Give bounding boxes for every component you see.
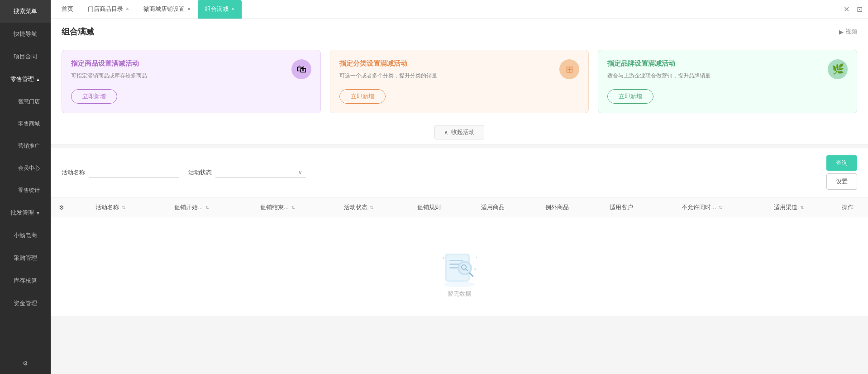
tab-store-catalog[interactable]: 门店商品目录 × [81, 0, 136, 19]
page-header: 组合满减 ▶ 视频 [51, 19, 868, 43]
sidebar-item-inventory[interactable]: 库存核算 [0, 269, 51, 292]
sidebar-item-xiaochang-ecom[interactable]: 小畅电商 [0, 224, 51, 247]
cards-section: 🛍 指定商品设置满减活动 可指定滞销商品或库存较多商品 立即新增 ⊞ 指定分类设… [51, 43, 868, 120]
svg-point-12 [476, 257, 477, 258]
tab-wechat-store[interactable]: 微商城店铺设置 × [136, 0, 198, 19]
svg-line-10 [470, 273, 473, 276]
col-activity-name[interactable]: 活动名称 ⇅ [72, 198, 149, 217]
brand-discount-icon: 🌿 [828, 59, 848, 79]
setting-button[interactable]: 设置 [826, 173, 857, 190]
gear-icon: ⚙ [59, 204, 64, 211]
filter-activity-name: 活动名称 [62, 167, 179, 178]
filter-activity-status: 活动状态 ∨ [188, 167, 306, 178]
svg-point-0 [444, 282, 475, 287]
sidebar-item-marketing[interactable]: 营销推广 [0, 135, 51, 157]
tab-label: 组合满减 [205, 5, 229, 13]
gear-icon: ⚙ [23, 360, 28, 367]
card-category-btn[interactable]: 立即新增 [339, 89, 386, 104]
sidebar-item-label: 营销推广 [18, 143, 40, 149]
chevron-up-icon: ▲ [36, 77, 40, 82]
sidebar-item-label: 零售商城 [18, 120, 40, 127]
col-label: 适用商品 [481, 204, 505, 211]
col-label: 不允许同时... [682, 204, 716, 211]
col-applicable-customers: 适用客户 [589, 198, 653, 217]
card-product-desc: 可指定滞销商品或库存较多商品 [71, 72, 311, 84]
card-product-title: 指定商品设置满减活动 [71, 59, 311, 68]
activity-status-label: 活动状态 [188, 168, 212, 177]
query-button[interactable]: 查询 [826, 155, 857, 171]
sidebar-item-label: 会员中心 [18, 165, 40, 171]
product-discount-icon: 🛍 [291, 59, 311, 79]
chevron-down-icon: ▼ [36, 211, 40, 216]
sidebar-item-label: 搜索菜单 [14, 8, 37, 14]
svg-rect-3 [449, 260, 463, 261]
sidebar-item-purchase[interactable]: 采购管理 [0, 247, 51, 269]
col-label: 促销结束... [260, 204, 289, 211]
card-category-discount: ⊞ 指定分类设置满减活动 可选一个或者多个分类，提升分类的销量 立即新增 [330, 50, 589, 113]
collapse-label: 收起活动 [451, 128, 475, 136]
sidebar-item-smart-store[interactable]: 智慧门店 [0, 91, 51, 113]
collapse-button[interactable]: ∧ 收起活动 [434, 125, 484, 139]
content-area: 组合满减 ▶ 视频 🛍 指定商品设置满减活动 可指定滞销商品或库存较多商品 立即… [51, 19, 868, 374]
sidebar-item-project-contract[interactable]: 项目合同 [0, 45, 51, 68]
tab-label: 门店商品目录 [88, 5, 123, 13]
close-icon[interactable]: × [231, 6, 234, 12]
sidebar-item-wholesale[interactable]: 批发管理 ▼ [0, 201, 51, 224]
col-label: 适用客户 [610, 204, 633, 211]
data-table: ⚙ 活动名称 ⇅ 促销开始... ⇅ 促销结束... ⇅ [51, 198, 868, 217]
col-promo-rule: 促销规则 [397, 198, 461, 217]
sidebar-item-retail-mall[interactable]: 零售商城 [0, 113, 51, 135]
activity-name-input[interactable] [89, 167, 179, 178]
col-promo-end[interactable]: 促销结束... ⇅ [234, 198, 320, 217]
sidebar-item-label: 采购管理 [14, 254, 37, 261]
main-content: 首页 门店商品目录 × 微商城店铺设置 × 组合满减 × ✕ ⊡ 组合满减 ▶ … [51, 0, 868, 374]
col-gear[interactable]: ⚙ [51, 198, 72, 217]
sort-icon: ⇅ [719, 205, 722, 210]
collapse-bar: ∧ 收起活动 [51, 120, 868, 144]
col-not-allow-concurrent[interactable]: 不允许同时... ⇅ [653, 198, 750, 217]
sidebar: 搜索菜单 快捷导航 项目合同 零售管理 ▲ 智慧门店 零售商城 营销推广 会员中… [0, 0, 51, 374]
col-label: 适用渠道 [774, 204, 797, 211]
maximize-button[interactable]: ⊡ [855, 3, 864, 15]
filter-section: 活动名称 活动状态 ∨ 查询 设置 [51, 148, 868, 197]
tab-bar: 首页 门店商品目录 × 微商城店铺设置 × 组合满减 × ✕ ⊡ [51, 0, 868, 19]
col-label: 促销规则 [417, 204, 441, 211]
sidebar-item-label: 批发管理 [10, 209, 34, 217]
video-link[interactable]: ▶ 视频 [839, 28, 857, 36]
col-applicable-channel[interactable]: 适用渠道 ⇅ [751, 198, 827, 217]
tab-label: 首页 [62, 5, 73, 13]
sidebar-item-retail-stats[interactable]: 零售统计 [0, 179, 51, 201]
col-label: 操作 [842, 204, 854, 211]
col-exception-products: 例外商品 [525, 198, 589, 217]
card-brand-discount: 🌿 指定品牌设置满减活动 适合与上游企业联合做营销，提升品牌销量 立即新增 [598, 50, 857, 113]
sidebar-item-label: 小畅电商 [14, 232, 37, 239]
col-label: 例外商品 [545, 204, 569, 211]
col-operation: 操作 [827, 198, 868, 217]
tab-home[interactable]: 首页 [54, 0, 81, 19]
video-label: 视频 [845, 28, 857, 36]
sidebar-item-search-menu[interactable]: 搜索菜单 [0, 0, 51, 23]
tab-combo-discount[interactable]: 组合满减 × [198, 0, 242, 19]
svg-point-7 [459, 263, 470, 273]
card-category-title: 指定分类设置满减活动 [339, 59, 580, 68]
table-section: ⚙ 活动名称 ⇅ 促销开始... ⇅ 促销结束... ⇅ [51, 198, 868, 316]
play-icon: ▶ [839, 29, 844, 35]
page-title: 组合满减 [62, 26, 94, 37]
close-icon[interactable]: × [187, 6, 191, 12]
sidebar-item-quick-nav[interactable]: 快捷导航 [0, 23, 51, 45]
activity-status-select[interactable] [215, 167, 306, 178]
settings-button[interactable]: ⚙ [0, 353, 51, 374]
col-promo-start[interactable]: 促销开始... ⇅ [149, 198, 235, 217]
empty-illustration [432, 245, 486, 290]
close-icon[interactable]: × [126, 6, 129, 12]
col-activity-status[interactable]: 活动状态 ⇅ [320, 198, 397, 217]
tab-controls: ✕ ⊡ [842, 3, 864, 15]
card-brand-btn[interactable]: 立即新增 [607, 89, 653, 104]
sidebar-item-member-center[interactable]: 会员中心 [0, 157, 51, 179]
close-window-button[interactable]: ✕ [842, 3, 851, 15]
sidebar-item-retail-management[interactable]: 零售管理 ▲ [0, 68, 51, 91]
sidebar-item-finance[interactable]: 资金管理 [0, 292, 51, 315]
sort-icon: ⇅ [800, 205, 804, 210]
card-product-btn[interactable]: 立即新增 [71, 89, 117, 104]
card-brand-title: 指定品牌设置满减活动 [607, 59, 848, 68]
